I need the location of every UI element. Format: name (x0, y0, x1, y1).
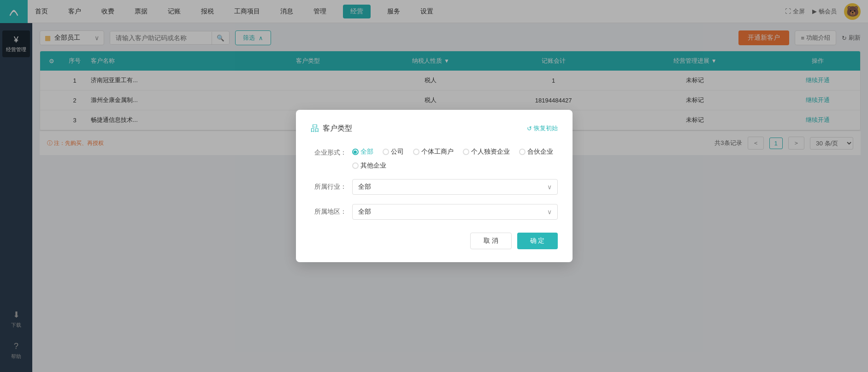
radio-partnership[interactable]: 合伙企业 (519, 148, 553, 156)
radio-all[interactable]: 全部 (352, 148, 373, 156)
restore-icon: ↺ (527, 125, 532, 132)
industry-label: 所属行业： (311, 179, 352, 194)
enterprise-form-row: 企业形式： 全部 公司 个体工商户 (311, 145, 558, 170)
radio-sole-prop-label: 个人独资企业 (471, 148, 510, 156)
radio-group-enterprise: 全部 公司 个体工商户 个人独资企业 (352, 145, 558, 170)
radio-all-label: 全部 (360, 148, 373, 156)
modal-footer: 取 消 确 定 (311, 233, 558, 249)
radio-individual-biz[interactable]: 个体工商户 (413, 148, 454, 156)
modal-title: 品 客户类型 (311, 123, 352, 134)
industry-form-row: 所属行业： 全部 ∨ (311, 179, 558, 195)
confirm-button[interactable]: 确 定 (517, 233, 558, 249)
restore-button[interactable]: ↺ 恢复初始 (527, 124, 558, 132)
radio-dot-all (352, 149, 359, 155)
customer-type-modal: 品 客户类型 ↺ 恢复初始 企业形式： 全部 公司 (296, 110, 573, 262)
industry-chevron-icon: ∨ (547, 183, 552, 191)
enterprise-form-options: 全部 公司 个体工商户 个人独资企业 (352, 145, 558, 170)
region-select-wrapper: 全部 ∨ (352, 204, 558, 220)
radio-company-label: 公司 (391, 148, 404, 156)
radio-dot-partnership (519, 149, 526, 155)
radio-other-label: 其他企业 (360, 162, 386, 170)
radio-other[interactable]: 其他企业 (352, 162, 386, 170)
enterprise-form-label: 企业形式： (311, 145, 352, 160)
industry-select-wrapper: 全部 ∨ (352, 179, 558, 195)
radio-dot-sole-prop (463, 149, 469, 155)
radio-company[interactable]: 公司 (383, 148, 404, 156)
radio-sole-prop[interactable]: 个人独资企业 (463, 148, 510, 156)
industry-value: 全部 (358, 183, 371, 191)
region-select[interactable]: 全部 ∨ (352, 204, 558, 220)
radio-dot-individual-biz (413, 149, 419, 155)
radio-individual-biz-label: 个体工商户 (421, 148, 454, 156)
radio-partnership-label: 合伙企业 (527, 148, 553, 156)
modal-overlay[interactable]: 品 客户类型 ↺ 恢复初始 企业形式： 全部 公司 (0, 0, 868, 372)
restore-label: 恢复初始 (534, 124, 558, 132)
cancel-button[interactable]: 取 消 (470, 233, 512, 249)
modal-title-icon: 品 (311, 123, 319, 134)
radio-dot-other (352, 162, 359, 169)
industry-select[interactable]: 全部 ∨ (352, 179, 558, 195)
radio-dot-company (383, 149, 389, 155)
region-value: 全部 (358, 208, 371, 216)
modal-title-text: 客户类型 (323, 124, 352, 133)
modal-header: 品 客户类型 ↺ 恢复初始 (311, 123, 558, 134)
region-form-row: 所属地区： 全部 ∨ (311, 204, 558, 220)
region-chevron-icon: ∨ (547, 208, 552, 216)
region-label: 所属地区： (311, 204, 352, 219)
